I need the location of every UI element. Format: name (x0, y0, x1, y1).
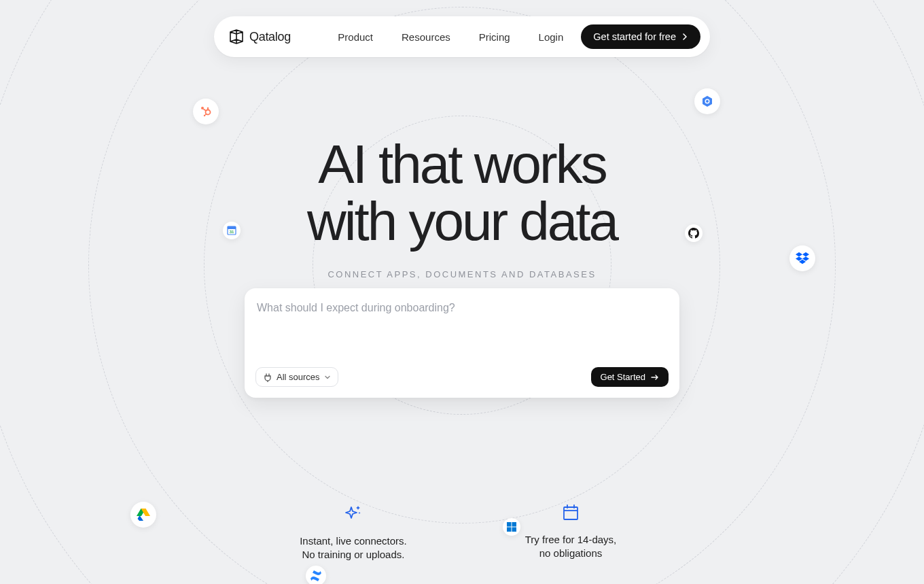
feature-text: Try free for 14-days, no obligations (503, 533, 639, 561)
navbar: Qatalog Product Resources Pricing Login … (214, 16, 710, 57)
cta-label: Get started for free (593, 31, 676, 42)
logo[interactable]: Qatalog (228, 28, 291, 46)
svg-rect-19 (507, 528, 512, 532)
microsoft-icon (503, 518, 520, 536)
logo-icon (228, 28, 245, 46)
svg-text:31: 31 (230, 230, 234, 234)
svg-rect-0 (564, 507, 578, 519)
hero-subtitle: CONNECT APPS, DOCUMENTS AND DATABASES (0, 269, 924, 279)
features: Instant, live connectors. No training or… (285, 503, 639, 562)
google-drive-icon (130, 502, 156, 528)
sources-label: All sources (277, 372, 320, 382)
plug-icon (263, 373, 272, 382)
sparkle-icon (285, 503, 421, 523)
get-started-free-button[interactable]: Get started for free (581, 24, 700, 49)
prompt-input[interactable] (255, 299, 669, 360)
github-icon (685, 224, 703, 242)
feature-connectors: Instant, live connectors. No training or… (285, 503, 421, 562)
svg-line-6 (204, 109, 207, 111)
submit-label: Get Started (601, 372, 645, 382)
nav-link-login[interactable]: Login (539, 31, 564, 43)
svg-point-9 (204, 115, 205, 116)
prompt-card: All sources Get Started (245, 288, 679, 398)
svg-rect-20 (512, 528, 517, 532)
arrow-right-icon (651, 374, 659, 381)
feature-text: Instant, live connectors. No training or… (285, 534, 421, 562)
brand-name: Qatalog (249, 30, 291, 44)
chevron-down-icon (324, 374, 331, 381)
svg-point-4 (201, 107, 204, 109)
confluence-icon (306, 566, 326, 584)
hubspot-icon (193, 99, 219, 124)
svg-rect-18 (512, 522, 517, 527)
svg-rect-17 (507, 522, 512, 527)
nav-link-pricing[interactable]: Pricing (479, 31, 510, 43)
dropbox-icon (789, 245, 815, 271)
svg-rect-15 (228, 226, 236, 229)
get-started-button[interactable]: Get Started (591, 367, 669, 387)
bigquery-icon (694, 88, 720, 114)
google-calendar-icon: 31 (223, 222, 241, 239)
calendar-icon (503, 503, 639, 522)
hero-title: AI that works with your data (0, 136, 924, 250)
hero: AI that works with your data CONNECT APP… (0, 136, 924, 279)
svg-line-10 (205, 114, 207, 116)
chevron-right-icon (681, 33, 688, 40)
nav-link-resources[interactable]: Resources (402, 31, 450, 43)
svg-point-7 (207, 107, 209, 109)
svg-point-13 (706, 100, 709, 103)
nav-link-product[interactable]: Product (338, 31, 373, 43)
feature-trial: Try free for 14-days, no obligations (503, 503, 639, 562)
sources-dropdown[interactable]: All sources (255, 367, 338, 387)
